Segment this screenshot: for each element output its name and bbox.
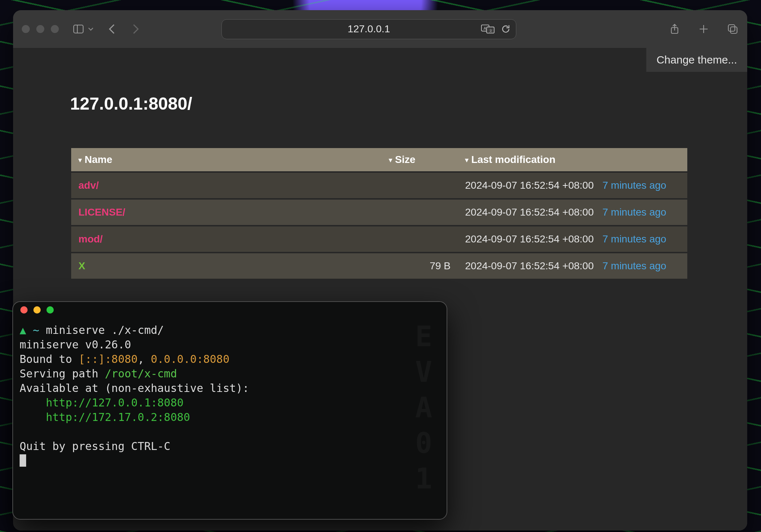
svg-text:文: 文 bbox=[489, 29, 493, 33]
close-dot[interactable] bbox=[20, 306, 28, 314]
share-icon[interactable] bbox=[669, 23, 680, 35]
minimize-dot[interactable] bbox=[33, 306, 41, 314]
table-row: adv/2024-09-07 16:52:54 +08:007 minutes … bbox=[71, 173, 687, 198]
dir-link[interactable]: mod/ bbox=[78, 233, 103, 245]
terminal-line bbox=[20, 425, 440, 439]
tab-overview-icon[interactable] bbox=[727, 23, 738, 35]
dir-link[interactable]: adv/ bbox=[78, 180, 99, 191]
chevron-down-icon bbox=[87, 25, 94, 33]
new-tab-icon[interactable] bbox=[698, 23, 709, 35]
zoom-dot[interactable] bbox=[46, 306, 54, 314]
file-link[interactable]: X bbox=[78, 260, 85, 271]
sort-arrow-icon: ▾ bbox=[389, 156, 392, 164]
svg-rect-7 bbox=[728, 25, 735, 31]
change-theme-button[interactable]: Change theme... bbox=[646, 48, 747, 72]
sort-arrow-icon: ▾ bbox=[78, 156, 82, 164]
svg-rect-0 bbox=[74, 25, 83, 33]
terminal-background-text: EVA01 bbox=[410, 320, 438, 498]
mod-cell: 2024-09-07 16:52:54 +08:007 minutes ago bbox=[458, 200, 687, 225]
terminal-line: http://172.17.0.2:8080 bbox=[20, 410, 440, 425]
address-text: 127.0.0.1 bbox=[348, 23, 390, 35]
col-header-name[interactable]: ▾Name bbox=[71, 148, 382, 171]
mod-cell: 2024-09-07 16:52:54 +08:007 minutes ago bbox=[458, 173, 687, 198]
size-cell: 79 B bbox=[382, 253, 458, 279]
sidebar-icon bbox=[73, 23, 84, 35]
terminal-line: Quit by pressing CTRL-C bbox=[20, 439, 440, 454]
table-row: LICENSE/2024-09-07 16:52:54 +08:007 minu… bbox=[71, 200, 687, 225]
window-traffic-lights[interactable] bbox=[22, 25, 59, 33]
terminal-window[interactable]: EVA01 ▲ ~ miniserve ./x-cmd/ miniserve v… bbox=[12, 301, 447, 520]
terminal-line: Bound to [::]:8080, 0.0.0.0:8080 bbox=[20, 352, 440, 367]
size-cell bbox=[382, 173, 458, 198]
address-bar[interactable]: 127.0.0.1 A 文 bbox=[221, 19, 516, 39]
reload-icon[interactable] bbox=[501, 24, 511, 34]
col-header-size[interactable]: ▾Size bbox=[382, 148, 458, 171]
zoom-dot[interactable] bbox=[51, 25, 59, 33]
size-cell bbox=[382, 226, 458, 252]
terminal-line: http://127.0.0.1:8080 bbox=[20, 396, 440, 410]
terminal-line: Available at (non-exhaustive list): bbox=[20, 381, 440, 396]
terminal-titlebar bbox=[13, 302, 447, 318]
sidebar-toggle[interactable] bbox=[73, 23, 94, 35]
close-dot[interactable] bbox=[22, 25, 30, 33]
table-row: X79 B2024-09-07 16:52:54 +08:007 minutes… bbox=[71, 253, 687, 279]
sort-arrow-icon: ▾ bbox=[465, 156, 468, 164]
file-table: ▾Name ▾Size ▾Last modification adv/2024-… bbox=[71, 147, 687, 280]
table-row: mod/2024-09-07 16:52:54 +08:007 minutes … bbox=[71, 226, 687, 252]
prompt-path: ~ bbox=[33, 324, 39, 336]
command-text: miniserve ./x-cmd/ bbox=[46, 324, 164, 336]
prompt-symbol: ▲ bbox=[20, 324, 26, 336]
dir-link[interactable]: LICENSE/ bbox=[78, 206, 125, 218]
mod-cell: 2024-09-07 16:52:54 +08:007 minutes ago bbox=[458, 253, 687, 279]
page-title: 127.0.0.1:8080/ bbox=[70, 94, 192, 114]
size-cell bbox=[382, 200, 458, 225]
col-header-mod[interactable]: ▾Last modification bbox=[458, 148, 687, 171]
browser-toolbar: 127.0.0.1 A 文 bbox=[13, 10, 747, 48]
forward-button[interactable] bbox=[129, 23, 141, 35]
terminal-line: ▲ ~ miniserve ./x-cmd/ bbox=[20, 323, 440, 337]
translate-icon[interactable]: A 文 bbox=[481, 24, 495, 34]
terminal-line bbox=[20, 454, 440, 468]
terminal-line: miniserve v0.26.0 bbox=[20, 337, 440, 352]
mod-cell: 2024-09-07 16:52:54 +08:007 minutes ago bbox=[458, 226, 687, 252]
minimize-dot[interactable] bbox=[36, 25, 44, 33]
svg-rect-8 bbox=[731, 27, 737, 33]
back-button[interactable] bbox=[107, 23, 118, 35]
terminal-line: Serving path /root/x-cmd bbox=[20, 367, 440, 381]
svg-text:A: A bbox=[484, 26, 487, 30]
cursor-block bbox=[20, 454, 26, 467]
terminal-body[interactable]: EVA01 ▲ ~ miniserve ./x-cmd/ miniserve v… bbox=[13, 318, 447, 519]
nav-arrows bbox=[107, 23, 141, 35]
